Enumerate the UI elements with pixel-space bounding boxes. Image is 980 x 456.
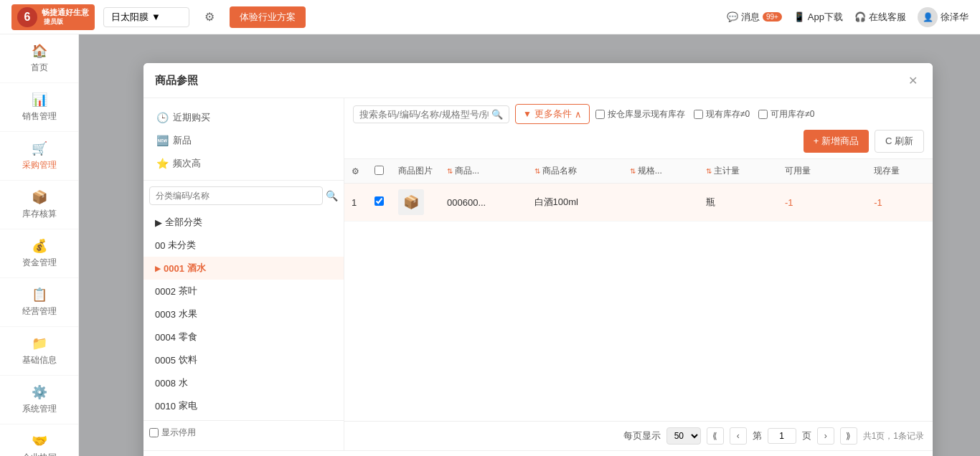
quick-tabs: 🕒 近期购买 🆕 新品 ⭐ 频次高 — [143, 104, 344, 177]
product-table-area: ⚙ 商品图片 ⇅ 商品... — [344, 159, 933, 421]
gear-icon: ⚙ — [352, 166, 359, 176]
page-label: 第 — [753, 429, 762, 442]
product-search-box[interactable]: 🔍 — [353, 105, 509, 123]
category-item-0004[interactable]: 0004 零食 — [143, 326, 344, 348]
store-selector[interactable]: 日太阳膜 ▼ — [103, 7, 189, 27]
usable-not-zero-checkbox[interactable] — [758, 110, 768, 119]
category-item-0001[interactable]: ▶ 0001 酒水 — [143, 257, 344, 280]
sidebar-item-operations[interactable]: 📋 经营管理 — [0, 278, 78, 327]
table-row[interactable]: 1 📦 000600... 白酒100ml 瓶 -1 — [344, 184, 933, 222]
product-reference-dialog: 商品参照 ✕ 🕒 近期购买 🆕 新品 — [143, 63, 933, 456]
sidebar: 🏠 首页 📊 销售管理 🛒 采购管理 📦 库存核算 💰 资金管理 📋 经营管理 … — [0, 34, 79, 456]
category-item-00[interactable]: 00 未分类 — [143, 234, 344, 257]
th-spec[interactable]: ⇅ 规格... — [623, 159, 699, 184]
category-search-input[interactable] — [149, 186, 323, 205]
warehouse-filter-checkbox[interactable] — [595, 110, 605, 119]
category-all[interactable]: ▶ 全部分类 — [143, 211, 344, 234]
product-search-input[interactable] — [359, 109, 489, 120]
prev-page-btn[interactable]: ‹ — [730, 427, 747, 445]
purchase-icon: 🛒 — [32, 141, 47, 156]
app-download-btn[interactable]: 📱 App下载 — [793, 11, 843, 24]
warehouse-filter-label[interactable]: 按仓库显示现有库存 — [595, 108, 685, 120]
th-settings[interactable]: ⚙ — [344, 159, 367, 184]
row-unit: 瓶 — [699, 184, 778, 222]
category-search-row: 🔍 — [143, 184, 344, 208]
category-code-0004: 0004 — [155, 332, 176, 343]
th-available[interactable]: 可用量 — [778, 159, 844, 184]
th-checkbox[interactable] — [367, 159, 391, 184]
show-disabled-checkbox[interactable]: 显示停用 — [149, 427, 338, 439]
category-code-0003: 0003 — [155, 309, 176, 320]
expand-icon: ▶ — [155, 217, 162, 228]
online-service-btn[interactable]: 🎧 在线客服 — [854, 11, 906, 24]
search-icon[interactable]: 🔍 — [326, 190, 338, 201]
category-item-0003[interactable]: 0003 水果 — [143, 303, 344, 326]
row-checkbox[interactable] — [367, 184, 391, 222]
stock-not-zero-label[interactable]: 现有库存≠0 — [694, 108, 750, 120]
sort-icon-name: ⇅ — [534, 167, 540, 175]
filter-checkboxes: 按仓库显示现有库存 现有库存≠0 可用库存≠0 — [595, 108, 815, 120]
messages-btn[interactable]: 💬 消息 99+ — [727, 11, 782, 24]
sort-icon-spec: ⇅ — [630, 167, 636, 175]
user-avatar-area[interactable]: 👤 徐泽华 — [918, 7, 969, 27]
sidebar-item-inventory[interactable]: 📦 库存核算 — [0, 181, 78, 229]
add-product-btn[interactable]: + 新增商品 — [804, 130, 869, 153]
dialog-header: 商品参照 ✕ — [143, 63, 933, 98]
sidebar-item-purchase[interactable]: 🛒 采购管理 — [0, 132, 78, 181]
logo-icon: 6 — [17, 7, 37, 27]
category-item-0005[interactable]: 0005 饮料 — [143, 348, 344, 371]
category-item-0010[interactable]: 0010 家电 — [143, 394, 344, 417]
mobile-icon: 📱 — [793, 11, 805, 22]
basic-info-icon: 📁 — [32, 336, 47, 351]
th-unit[interactable]: ⇅ 主计量 — [699, 159, 778, 184]
category-code-0008: 0008 — [155, 378, 176, 389]
dialog-body: 🕒 近期购买 🆕 新品 ⭐ 频次高 — [143, 98, 933, 450]
trial-btn[interactable]: 体验行业方案 — [230, 6, 306, 28]
filter-more-btn[interactable]: ▼ 更多条件 ∧ — [515, 104, 590, 124]
first-page-btn[interactable]: ⟪ — [707, 427, 724, 445]
th-name[interactable]: ⇅ 商品名称 — [527, 159, 623, 184]
content-area: 商品参照 ✕ 🕒 近期购买 🆕 新品 — [79, 34, 980, 456]
last-page-btn[interactable]: ⟫ — [840, 427, 857, 445]
tab-high-frequency[interactable]: ⭐ 频次高 — [149, 153, 338, 174]
product-image: 📦 — [398, 189, 424, 215]
category-list: ▶ 全部分类 00 未分类 ▶ 0001 酒水 — [143, 208, 344, 420]
settings-icon[interactable]: ⚙ — [198, 6, 221, 29]
page-size-label: 每页显示 — [623, 429, 661, 442]
stock-not-zero-checkbox[interactable] — [694, 110, 703, 119]
sidebar-item-system[interactable]: ⚙️ 系统管理 — [0, 376, 78, 424]
arrow-icon-0001: ▶ — [155, 265, 161, 272]
category-item-0008[interactable]: 0008 水 — [143, 371, 344, 394]
category-code-00: 00 — [155, 240, 165, 251]
avatar: 👤 — [918, 7, 938, 27]
page-size-select[interactable]: 50 — [666, 427, 701, 445]
refresh-btn[interactable]: C 刷新 — [875, 130, 924, 153]
sidebar-item-home[interactable]: 🏠 首页 — [0, 34, 78, 83]
show-disabled-input[interactable] — [149, 428, 159, 437]
pagination: 每页显示 50 ⟪ ‹ 第 页 › ⟫ 共1页，1条记录 — [344, 421, 933, 450]
dialog-title: 商品参照 — [155, 74, 198, 87]
th-code[interactable]: ⇅ 商品... — [440, 159, 527, 184]
sidebar-item-finance[interactable]: 💰 资金管理 — [0, 229, 78, 278]
search-icon[interactable]: 🔍 — [491, 109, 503, 120]
toolbar-action-btns: + 新增商品 C 刷新 — [804, 130, 924, 153]
sidebar-item-basic-info[interactable]: 📁 基础信息 — [0, 327, 78, 376]
th-stock[interactable]: 现存量 — [867, 159, 933, 184]
row-checkbox-input[interactable] — [374, 196, 384, 206]
filter-icon: ▼ — [523, 109, 532, 119]
logo-text: 畅捷通好生意 捷员版 — [42, 8, 89, 27]
usable-not-zero-label[interactable]: 可用库存≠0 — [758, 108, 814, 120]
sidebar-item-sales[interactable]: 📊 销售管理 — [0, 83, 78, 132]
next-page-btn[interactable]: › — [817, 427, 834, 445]
tab-new-products[interactable]: 🆕 新品 — [149, 130, 338, 151]
sidebar-item-enterprise[interactable]: 🤝 企业协同 — [0, 424, 78, 456]
tab-recent-purchase[interactable]: 🕒 近期购买 — [149, 107, 338, 128]
product-table: ⚙ 商品图片 ⇅ 商品... — [344, 159, 933, 222]
th-empty — [844, 159, 867, 184]
dialog-close-button[interactable]: ✕ — [904, 72, 921, 89]
chevron-up-icon: ∧ — [575, 109, 582, 120]
category-item-0002[interactable]: 0002 茶叶 — [143, 280, 344, 303]
page-input[interactable] — [768, 428, 796, 444]
select-all-checkbox[interactable] — [374, 166, 384, 175]
page-total-info: 共1页，1条记录 — [863, 430, 924, 442]
